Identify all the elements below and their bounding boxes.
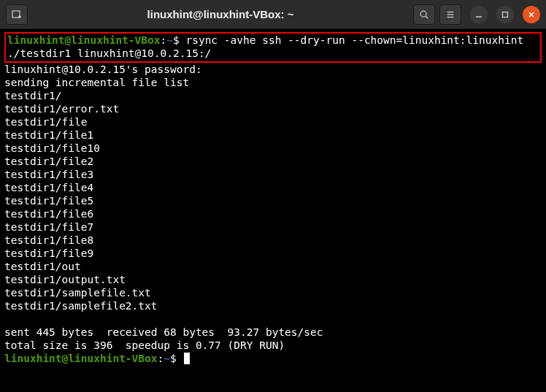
- search-button[interactable]: [413, 4, 435, 25]
- prompt-path-2: ~: [164, 353, 170, 364]
- svg-point-3: [420, 11, 426, 17]
- svg-line-4: [426, 16, 428, 18]
- prompt-user-host-2: linuxhint@linuxhint-VBox: [4, 353, 158, 364]
- terminal-output: linuxhint@10.0.2.15's password: sending …: [4, 64, 323, 351]
- maximize-button[interactable]: [496, 6, 514, 23]
- svg-rect-9: [503, 12, 508, 17]
- prompt-user-host: linuxhint@linuxhint-VBox: [7, 34, 161, 46]
- close-icon: [528, 11, 535, 18]
- minimize-button[interactable]: [470, 6, 488, 23]
- window-title: linuxhint@linuxhint-VBox: ~: [28, 8, 413, 20]
- new-tab-icon: [11, 9, 23, 20]
- prompt-separator: :: [161, 34, 167, 46]
- prompt-path: ~: [166, 34, 173, 46]
- new-tab-button[interactable]: [6, 4, 28, 25]
- titlebar: linuxhint@linuxhint-VBox: ~: [0, 0, 546, 29]
- hamburger-icon: [445, 9, 455, 20]
- minimize-icon: [475, 11, 482, 18]
- maximize-icon: [501, 11, 509, 18]
- titlebar-right: [413, 4, 540, 25]
- menu-button[interactable]: [439, 4, 461, 25]
- close-button[interactable]: [523, 6, 540, 23]
- prompt-dollar: $: [173, 34, 180, 46]
- cursor: [184, 353, 190, 364]
- highlighted-command-block: linuxhint@linuxhint-VBox:~$ rsync -avhe …: [4, 32, 542, 63]
- titlebar-left: [6, 4, 28, 25]
- search-icon: [419, 9, 429, 20]
- terminal-body[interactable]: linuxhint@linuxhint-VBox:~$ rsync -avhe …: [0, 29, 546, 392]
